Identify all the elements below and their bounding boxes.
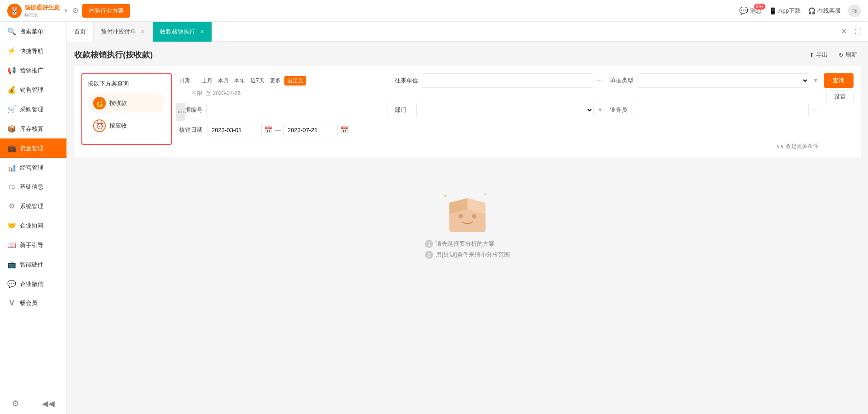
filter-option-by-receivable[interactable]: ⏰ 按应收	[88, 116, 165, 136]
sidebar-item-basic-info[interactable]: 🗂 基础信息	[0, 177, 66, 196]
page-header-actions: ⬆ 导出 ↻ 刷新	[806, 49, 861, 61]
form-actions: 查询 设置	[824, 73, 854, 103]
this-month-btn[interactable]: 本月	[216, 76, 231, 86]
sidebar-item-wechat[interactable]: 💬 企业微信	[0, 274, 66, 294]
empty-number-1: 1	[425, 240, 433, 248]
empty-hint-2: 2 用[过滤]条件来缩小分析范围	[425, 251, 509, 259]
refresh-icon: ↻	[839, 52, 844, 58]
this-year-btn[interactable]: 本年	[232, 76, 247, 86]
app-logo-text: 畅捷通好生意 标准版	[24, 4, 60, 18]
header-left: 🐰 畅捷通好生意 标准版 ▼ ⚙ 体验行业方案	[7, 4, 130, 18]
user-profile[interactable]: Rit	[848, 5, 861, 17]
expand-tab-btn[interactable]: ⛶	[852, 25, 864, 38]
date-field: 日期 上月 本月 本年 近7天 更多 自定义	[179, 76, 387, 86]
tab-collection-close[interactable]: ✕	[200, 29, 204, 35]
sidebar-item-inventory[interactable]: 📦 库存核算	[0, 119, 66, 138]
verify-date-end-calendar-icon[interactable]: 📅	[340, 126, 348, 133]
sidebar-item-finance[interactable]: 💼 资金管理	[0, 138, 66, 158]
inventory-icon: 📦	[7, 124, 16, 133]
service-icon: 🎧	[808, 7, 816, 14]
verify-date-start-input[interactable]	[208, 123, 262, 137]
chevron-up-icon: ∧∧	[776, 143, 784, 150]
date-row: 日期 上月 本月 本年 近7天 更多 自定义	[179, 73, 818, 88]
guide-icon: 📖	[7, 241, 16, 249]
header-gear-icon[interactable]: ⚙	[72, 6, 79, 15]
salesperson-label: 业务员	[610, 106, 628, 114]
sidebar-item-quick-nav[interactable]: ⚡ 快捷导航	[0, 41, 66, 61]
basic-info-icon: 🗂	[7, 183, 16, 191]
collapse-filter-panel-btn[interactable]: «»	[176, 103, 185, 121]
sidebar-item-sales[interactable]: 💰 销售管理	[0, 80, 66, 100]
finance-icon: 💼	[7, 144, 16, 152]
sidebar-item-system[interactable]: ⚙ 系统管理	[0, 196, 66, 216]
doc-type-select[interactable]	[637, 73, 809, 88]
sidebar-item-marketing[interactable]: 📢 营销推广	[0, 61, 66, 80]
sidebar-item-vip[interactable]: V 畅会员	[0, 294, 66, 313]
svg-text:✦: ✦	[483, 192, 487, 197]
department-select[interactable]	[416, 103, 594, 117]
sidebar-item-purchase[interactable]: 🛒 采购管理	[0, 100, 66, 119]
wechat-icon: 💬	[7, 280, 16, 288]
tab-collection[interactable]: 收款核销执行 ✕	[153, 22, 212, 42]
collapse-sidebar-btn[interactable]: ◀◀	[42, 399, 55, 409]
query-btn[interactable]: 查询	[824, 73, 854, 88]
salesperson-input[interactable]	[632, 103, 808, 117]
sidebar-item-guide[interactable]: 📖 新手引导	[0, 235, 66, 255]
export-icon: ⬆	[809, 52, 814, 58]
custom-date-btn[interactable]: 自定义	[284, 76, 306, 86]
sales-icon: 💰	[7, 86, 16, 94]
marketing-icon: 📢	[7, 66, 16, 75]
operation-icon: 📊	[7, 163, 16, 172]
sidebar-item-cooperation[interactable]: 🤝 企业协同	[0, 216, 66, 235]
message-icon: 💬	[739, 6, 748, 15]
tab-bar: 首页 预付冲应付单 ✕ 收款核销执行 ✕ ✕ ⛶	[67, 22, 868, 42]
department-field: 部门 ▼	[395, 103, 603, 117]
sidebar-item-operation[interactable]: 📊 经营管理	[0, 158, 66, 177]
doc-number-input[interactable]	[206, 103, 387, 117]
refresh-btn[interactable]: ↻ 刷新	[835, 49, 861, 61]
online-service-btn[interactable]: 🎧 在线客服	[808, 7, 841, 15]
top-header: 🐰 畅捷通好生意 标准版 ▼ ⚙ 体验行业方案 💬 消息 99+ 📱 App下载…	[0, 0, 868, 22]
content-area: 首页 预付冲应付单 ✕ 收款核销执行 ✕ ✕ ⛶ 收款核销执行(按收款)	[67, 22, 868, 414]
sidebar-bottom: ⚙ ◀◀	[0, 393, 66, 414]
doc-number-field: 单据编号	[179, 103, 387, 117]
settings-bottom-icon[interactable]: ⚙	[12, 399, 19, 409]
search-form: 日期 上月 本月 本年 近7天 更多 自定义	[179, 73, 854, 150]
verify-date-start-calendar-icon[interactable]: 📅	[264, 126, 272, 133]
last-7-days-btn[interactable]: 近7天	[249, 76, 266, 86]
industry-solution-btn[interactable]: 体验行业方案	[82, 4, 130, 18]
verify-date-end-input[interactable]	[283, 123, 338, 137]
tab-prepay-close[interactable]: ✕	[141, 29, 145, 35]
search-menu-icon: 🔍	[7, 27, 16, 36]
verify-date-field: 核销日期 📅 — 📅	[179, 123, 818, 137]
main-card: 按以下方案查询 💰 按收款 ⏰ 按应收 «»	[74, 66, 861, 157]
department-label: 部门	[395, 106, 413, 114]
header-dropdown-icon[interactable]: ▼	[63, 8, 69, 14]
export-btn[interactable]: ⬆ 导出	[806, 49, 831, 61]
settings-btn[interactable]: 设置	[826, 90, 854, 103]
messages-btn[interactable]: 💬 消息 99+	[739, 6, 762, 15]
sidebar-item-hardware[interactable]: 📺 智能硬件	[0, 255, 66, 274]
cooperation-icon: 🤝	[7, 221, 16, 230]
salesperson-more-btn[interactable]: ···	[812, 106, 818, 114]
collapse-more-conditions[interactable]: ∧∧ 收起更多条件	[179, 143, 818, 150]
app-logo-icon: 🐰	[7, 4, 22, 18]
counterpart-label: 往来单位	[395, 76, 418, 85]
svg-point-4	[472, 214, 476, 219]
sidebar-item-search-menu[interactable]: 🔍 搜索菜单	[0, 22, 66, 41]
tab-prepay[interactable]: 预付冲应付单 ✕	[94, 22, 153, 42]
counterpart-input[interactable]	[422, 73, 593, 88]
close-tab-btn[interactable]: ✕	[837, 25, 850, 38]
svg-text:✦: ✦	[479, 202, 482, 206]
counterpart-more-btn[interactable]: ···	[597, 76, 603, 85]
empty-svg: ✦ ✦ ✦	[440, 185, 495, 234]
purchase-icon: 🛒	[7, 105, 16, 114]
more-btn[interactable]: 更多	[268, 76, 283, 86]
tab-home[interactable]: 首页	[67, 22, 94, 42]
message-badge: 99+	[754, 4, 765, 10]
last-month-btn[interactable]: 上月	[200, 76, 214, 86]
filter-panel: 按以下方案查询 💰 按收款 ⏰ 按应收	[81, 73, 172, 145]
app-download-btn[interactable]: 📱 App下载	[769, 7, 801, 15]
verify-date-label: 核销日期	[179, 126, 204, 134]
filter-option-by-collection[interactable]: 💰 按收款	[88, 93, 165, 113]
